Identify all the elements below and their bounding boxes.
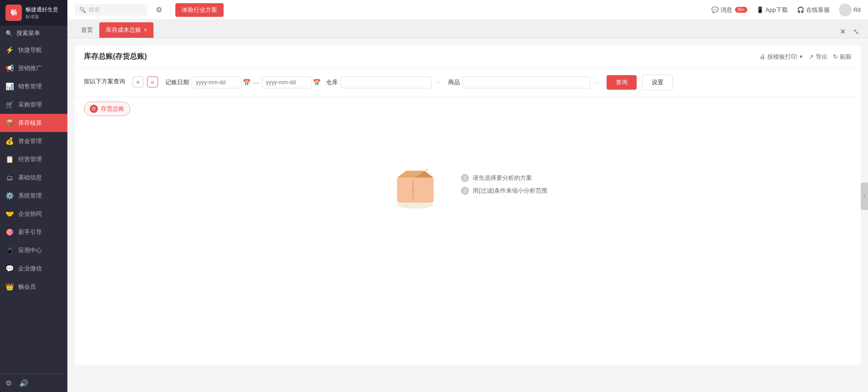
refresh-label: 刷新 (840, 53, 852, 61)
date-start-input[interactable] (192, 76, 242, 88)
sidebar-item-sales[interactable]: 📊 销售管理 (0, 77, 67, 96)
home-tab-label: 首页 (81, 26, 93, 34)
product-input[interactable] (463, 76, 590, 88)
sidebar-item-appstore[interactable]: 📱 应用中心 (0, 241, 67, 260)
sidebar-item-finance[interactable]: 💰 资金管理 (0, 132, 67, 150)
empty-svg-illustration: ! (388, 157, 443, 212)
refresh-btn[interactable]: ↻ 刷新 (833, 53, 852, 61)
sidebar-item-label: 基础信息 (18, 173, 42, 182)
sales-icon: 📊 (5, 82, 14, 91)
warehouse-more-btn[interactable]: ··· (434, 77, 443, 87)
close-panel-btn[interactable]: ✕ (838, 25, 848, 38)
filter-label: 按以下方案查询 (84, 75, 125, 86)
filter-settings-btn[interactable]: 设置 (642, 75, 673, 90)
print-label: 按模板打印 (767, 53, 797, 61)
export-btn[interactable]: ↗ 导出 (809, 53, 827, 61)
topbar-right: 💬 消息 99+ 📱 App下载 🎧 在线客服 Rit (711, 4, 861, 16)
filter-row: 记账日期 📅 — 📅 仓库 ··· 商品 (165, 75, 852, 90)
marketing-icon: 📢 (5, 64, 14, 72)
content-area: 库存总账(存货总账) 🖨 按模板打印 ▼ ↗ 导出 ↻ 刷新 (67, 38, 868, 392)
filter-collapse-btn[interactable]: « (147, 76, 158, 87)
sidebar-item-label: 营销推广 (18, 64, 42, 72)
empty-tips: 1 请先选择要分析的方案 2 用[过滤]条件来缩小分析范围 (461, 174, 547, 195)
online-service-btn[interactable]: 🎧 在线客服 (797, 6, 830, 14)
sidebar-item-label: 资金管理 (18, 137, 42, 145)
finance-icon: 💰 (5, 137, 14, 145)
search-label: 搜索菜单 (16, 29, 40, 37)
calendar-start-icon[interactable]: 📅 (243, 79, 250, 86)
warehouse-label: 仓库 (326, 78, 338, 87)
sidebar-item-inventory[interactable]: 📦 库存核算 (0, 114, 67, 132)
sidebar-item-enterprise[interactable]: 🤝 企业协同 (0, 205, 67, 223)
sidebar-item-basic[interactable]: 🗂 基础信息 (0, 168, 67, 187)
sidebar-item-label: 新手引导 (18, 228, 42, 236)
sidebar-search[interactable]: 🔍 搜索菜单 (0, 25, 67, 41)
message-btn[interactable]: 💬 消息 99+ (711, 6, 747, 14)
print-btn[interactable]: 🖨 按模板打印 ▼ (760, 53, 803, 61)
logo-subtitle: 标准版 (26, 14, 58, 20)
sidebar-item-quick-nav[interactable]: ⚡ 快捷导航 (0, 41, 67, 59)
audio-icon[interactable]: 🔊 (19, 379, 28, 387)
sidebar-item-marketing[interactable]: 📢 营销推广 (0, 59, 67, 77)
sidebar-item-label: 库存核算 (18, 119, 42, 127)
sidebar-item-label: 畅会员 (18, 283, 36, 291)
filter-date-group: 记账日期 📅 — 📅 (165, 76, 321, 88)
main-area: 🔍 搜索 ⚙ 体验行业方案 💬 消息 99+ 📱 App下载 🎧 在线客服 Ri… (67, 0, 868, 392)
message-label: 消息 (720, 6, 732, 14)
operation-icon: 📋 (5, 155, 14, 163)
tab-close-icon[interactable]: × (144, 27, 147, 33)
appstore-icon: 📱 (5, 246, 14, 255)
sidebar-item-label: 企业微信 (18, 265, 42, 273)
scheme-section: 存 存货总账 (75, 97, 861, 121)
filter-warehouse-group: 仓库 ··· (326, 76, 443, 88)
sidebar-item-system[interactable]: ⚙️ 系统管理 (0, 187, 67, 205)
sidebar-item-purchase[interactable]: 🛒 采购管理 (0, 96, 67, 114)
empty-tip-2: 2 用[过滤]条件来缩小分析范围 (461, 187, 547, 195)
settings-icon[interactable]: ⚙ (5, 379, 12, 387)
sidebar-item-guide[interactable]: 🎯 新手引导 (0, 223, 67, 241)
product-more-btn[interactable]: ··· (593, 77, 601, 87)
topbar-settings-btn[interactable]: ⚙ (152, 3, 166, 17)
topbar-search-text: 搜索 (89, 6, 100, 14)
industry-solution-btn[interactable]: 体验行业方案 (175, 3, 224, 17)
right-panel-toggle[interactable]: ‹ (861, 183, 868, 210)
tab-inventory-ledger[interactable]: 库存成本总账 × (99, 22, 153, 38)
date-separator: — (253, 79, 259, 86)
scheme-item-label: 存货总账 (101, 105, 124, 113)
topbar-search[interactable]: 🔍 搜索 (75, 4, 148, 15)
scheme-item[interactable]: 存 存货总账 (84, 102, 130, 116)
date-label: 记账日期 (165, 78, 189, 87)
calendar-end-icon[interactable]: 📅 (313, 79, 321, 86)
empty-illustration: ! (388, 157, 443, 212)
page-actions: 🖨 按模板打印 ▼ ↗ 导出 ↻ 刷新 (760, 53, 852, 61)
filter-add-btn[interactable]: + (133, 76, 143, 87)
print-dropdown-icon[interactable]: ▼ (799, 54, 803, 59)
enterprise-icon: 🤝 (5, 210, 14, 218)
export-icon: ↗ (809, 53, 814, 60)
sidebar-item-wechat[interactable]: 💬 企业微信 (0, 260, 67, 278)
tab-home[interactable]: 首页 (75, 22, 99, 38)
sidebar-item-label: 经营管理 (18, 155, 42, 163)
scheme-icon: 存 (90, 105, 98, 113)
product-label: 商品 (448, 78, 460, 87)
expand-panel-btn[interactable]: ⤡ (851, 25, 861, 38)
user-profile[interactable]: Rit (839, 4, 861, 16)
app-download-btn[interactable]: 📱 App下载 (756, 6, 788, 14)
query-btn[interactable]: 查询 (607, 75, 637, 90)
sidebar-item-label: 快捷导航 (18, 46, 42, 54)
svg-point-4 (425, 168, 428, 171)
tip-num-2: 2 (461, 187, 469, 195)
sidebar-item-label: 应用中心 (18, 246, 42, 255)
sidebar-item-member[interactable]: 👑 畅会员 (0, 278, 67, 296)
sidebar-item-operation[interactable]: 📋 经营管理 (0, 150, 67, 168)
tip-text-1: 请先选择要分析的方案 (473, 174, 532, 182)
online-service-label: 在线客服 (806, 6, 830, 14)
empty-tip-1: 1 请先选择要分析的方案 (461, 174, 547, 182)
sidebar-item-label: 系统管理 (18, 192, 42, 200)
page-header: 库存总账(存货总账) 🖨 按模板打印 ▼ ↗ 导出 ↻ 刷新 (75, 46, 861, 68)
date-end-input[interactable] (262, 76, 312, 88)
topbar-search-icon: 🔍 (79, 7, 86, 13)
basic-icon: 🗂 (5, 174, 14, 182)
sidebar-item-label: 企业协同 (18, 210, 42, 218)
warehouse-input[interactable] (341, 76, 432, 88)
